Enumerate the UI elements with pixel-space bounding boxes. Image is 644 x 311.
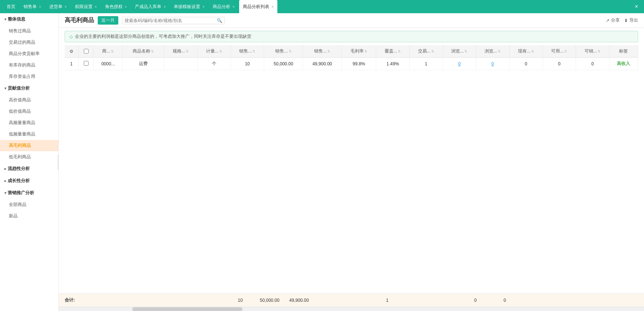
cell-browse2[interactable]: 0 bbox=[476, 58, 510, 70]
col-header-available1[interactable]: 现有...⇅ bbox=[509, 45, 543, 58]
topbar-label: 角色授权 bbox=[105, 4, 123, 10]
tag-label: 高收入 bbox=[617, 61, 630, 66]
sidebar-item-product-contribution[interactable]: 商品分类贡献率 bbox=[0, 48, 58, 59]
footer-available1: 0 bbox=[461, 298, 490, 303]
browse-link[interactable]: 0 bbox=[458, 61, 461, 66]
search-input[interactable] bbox=[125, 18, 215, 23]
topbar-close-sales-order[interactable]: × bbox=[39, 5, 41, 9]
col-header-spec[interactable]: 规格...⇅ bbox=[164, 45, 198, 58]
topbar-item-product-analysis-list[interactable]: 商品分析列表× bbox=[239, 0, 277, 13]
page-title: 高毛利商品 bbox=[65, 17, 94, 24]
export-button[interactable]: ⬇ 导出 bbox=[624, 17, 638, 23]
sort-icon-trade_count: ⇅ bbox=[431, 50, 434, 53]
sidebar-item-stock-capital[interactable]: 库存资金占用 bbox=[0, 71, 58, 82]
topbar-close-product-analysis[interactable]: × bbox=[233, 5, 235, 9]
topbar-item-permission-settings[interactable]: 权限设置× bbox=[71, 0, 101, 13]
topbar-item-product-entry[interactable]: 产成品入库单× bbox=[131, 0, 169, 13]
col-header-unit[interactable]: 计量...⇅ bbox=[197, 45, 231, 58]
col-header-available2[interactable]: 可用...⇅ bbox=[543, 45, 576, 58]
cell-trade_count: 1 bbox=[409, 58, 443, 70]
cell-code: 0000... bbox=[94, 58, 123, 70]
topbar-label: 单据模板设置 bbox=[174, 4, 200, 10]
cell-saleable: 0 bbox=[576, 58, 609, 70]
cell-index: 1 bbox=[65, 58, 78, 70]
sidebar-item-traded-products[interactable]: 交易过的商品 bbox=[0, 37, 58, 48]
sidebar-item-stocked-products[interactable]: 有库存的商品 bbox=[0, 59, 58, 71]
sort-icon-available2: ⇅ bbox=[564, 50, 567, 53]
topbar-close-template-settings[interactable]: × bbox=[202, 5, 205, 9]
cell-available2: 0 bbox=[543, 58, 576, 70]
sort-icon-sales_cost: ⇅ bbox=[327, 50, 330, 53]
footer-available2: 0 bbox=[490, 298, 519, 303]
col-header-code[interactable]: 商...⇅ bbox=[94, 45, 123, 58]
topbar-close-product-entry[interactable]: × bbox=[163, 5, 166, 9]
search-icon[interactable]: 🔍 bbox=[217, 18, 222, 23]
topbar-item-sales-order[interactable]: 销售单× bbox=[20, 0, 45, 13]
sort-icon-browse2: ⇅ bbox=[498, 50, 501, 53]
topbar-label: 权限设置 bbox=[75, 4, 93, 10]
sidebar-group-growth-analysis[interactable]: ▸成长性分析 bbox=[0, 175, 58, 187]
share-icon: ↗ bbox=[606, 18, 609, 23]
sort-icon-name: ⇅ bbox=[151, 50, 154, 53]
sidebar-item-low-value[interactable]: 低价值商品 bbox=[0, 106, 58, 117]
sidebar-group-wealth-analysis[interactable]: ▾贡献值分析 bbox=[0, 82, 58, 94]
sidebar-group-label-wealth-analysis: 贡献值分析 bbox=[8, 85, 30, 91]
topbar-close-all-button[interactable]: × bbox=[632, 2, 641, 11]
topbar-item-role-permission[interactable]: 角色授权× bbox=[101, 0, 131, 13]
col-header-trade_count[interactable]: 交易...⇅ bbox=[409, 45, 443, 58]
table-container: ⚙商...⇅商品名称⇅规格...⇅计量...⇅销售...⇅销售...⇅销售...… bbox=[65, 45, 638, 293]
topbar-close-purchase-order[interactable]: × bbox=[65, 5, 67, 9]
sidebar-item-high-value[interactable]: 高价值商品 bbox=[0, 94, 58, 106]
share-button[interactable]: ↗ 分享 bbox=[606, 17, 620, 23]
sort-icon-browse1: ⇅ bbox=[464, 50, 467, 53]
export-icon: ⬇ bbox=[624, 18, 628, 23]
col-header-sales_cost[interactable]: 销售...⇅ bbox=[303, 45, 342, 58]
sidebar-item-low-freq[interactable]: 低频量量商品 bbox=[0, 129, 58, 140]
footer-label: 合计: bbox=[65, 297, 75, 303]
col-header-browse2[interactable]: 浏览...⇅ bbox=[476, 45, 510, 58]
col-header-saleable[interactable]: 可销...⇅ bbox=[576, 45, 609, 58]
scroll-thumb[interactable] bbox=[132, 307, 242, 311]
sidebar-item-high-freq[interactable]: 高频量量商品 bbox=[0, 117, 58, 129]
col-header-sales_amount[interactable]: 销售...⇅ bbox=[264, 45, 303, 58]
sidebar-item-sales-products[interactable]: 销售过商品 bbox=[0, 25, 58, 37]
sidebar-item-all-products[interactable]: 全部商品 bbox=[0, 199, 58, 210]
sidebar-collapse-button[interactable]: « bbox=[58, 155, 59, 170]
settings-icon[interactable]: ⚙ bbox=[69, 49, 73, 54]
sidebar-group-marketing-analysis[interactable]: ▾营销推广分析 bbox=[0, 187, 58, 199]
sidebar-item-high-margin[interactable]: 高毛利商品 bbox=[0, 140, 58, 151]
col-header-name[interactable]: 商品名称⇅ bbox=[123, 45, 164, 58]
cell-sales_cost: 49,900.00 bbox=[303, 58, 342, 70]
topbar-close-role-permission[interactable]: × bbox=[125, 5, 127, 9]
topbar-item-purchase-order[interactable]: 进货单× bbox=[46, 0, 71, 13]
browse-link[interactable]: 0 bbox=[492, 61, 494, 66]
data-table: ⚙商...⇅商品名称⇅规格...⇅计量...⇅销售...⇅销售...⇅销售...… bbox=[65, 45, 638, 70]
sort-icon-sales_qty: ⇅ bbox=[252, 50, 255, 53]
topbar-item-template-settings[interactable]: 单据模板设置× bbox=[170, 0, 208, 13]
sidebar-group-label-trend-analysis: 流趋性分析 bbox=[8, 166, 30, 172]
topbar-item-home[interactable]: 首页 bbox=[3, 0, 19, 13]
filter-last-month-button[interactable]: 近一月 bbox=[98, 16, 118, 25]
sidebar-item-new-products[interactable]: 新品 bbox=[0, 210, 58, 222]
sidebar-group-label-overall-info: 整体信息 bbox=[8, 16, 25, 22]
topbar-label: 销售单 bbox=[24, 4, 37, 10]
col-header-coverage[interactable]: 覆盖...⇅ bbox=[376, 45, 410, 58]
content-header: 高毛利商品 近一月 🔍 ↗ 分享 ⬇ 导出 bbox=[59, 13, 644, 28]
col-header-sales_qty[interactable]: 销售...⇅ bbox=[231, 45, 264, 58]
topbar-item-product-analysis[interactable]: 商品分析× bbox=[209, 0, 238, 13]
col-header-browse1[interactable]: 浏览...⇅ bbox=[443, 45, 476, 58]
topbar-close-product-analysis-list[interactable]: × bbox=[271, 5, 274, 9]
bottom-scrollbar[interactable] bbox=[59, 307, 644, 311]
row-checkbox[interactable] bbox=[84, 61, 89, 66]
info-icon: ◇ bbox=[69, 34, 73, 39]
topbar: 首页销售单×进货单×权限设置×角色授权×产成品入库单×单据模板设置×商品分析×商… bbox=[0, 0, 644, 13]
cell-browse1[interactable]: 0 bbox=[443, 58, 476, 70]
footer-cells: 10 50,000.00 49,900.00 1 0 0 bbox=[79, 298, 638, 303]
sidebar-group-trend-analysis[interactable]: ▸流趋性分析 bbox=[0, 163, 58, 175]
sidebar-group-overall-info[interactable]: ▾整体信息 bbox=[0, 13, 58, 25]
select-all-checkbox[interactable] bbox=[84, 49, 89, 54]
topbar-close-permission-settings[interactable]: × bbox=[95, 5, 97, 9]
sidebar-item-low-margin[interactable]: 低毛利商品 bbox=[0, 151, 58, 163]
col-header-margin_rate[interactable]: 毛利率⇅ bbox=[342, 45, 376, 58]
cell-name: 运费 bbox=[123, 58, 164, 70]
